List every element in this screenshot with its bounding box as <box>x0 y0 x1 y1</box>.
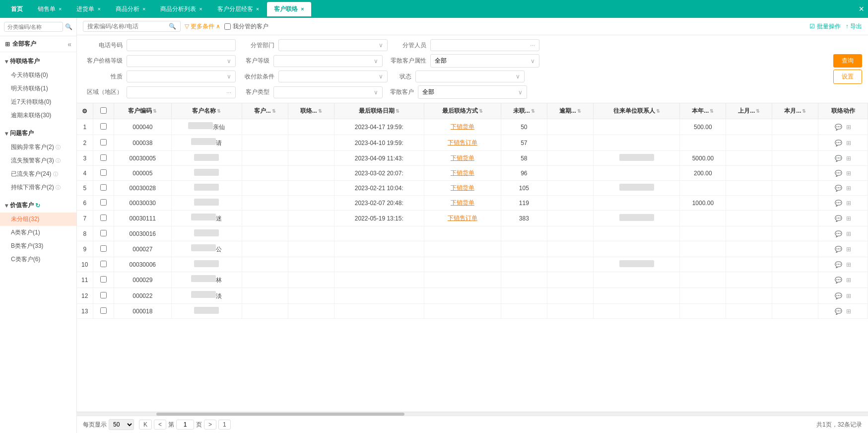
row-action[interactable]: 💬⊞ <box>818 166 868 181</box>
sidebar-value-group[interactable]: ▾ 价值客户 ↻ <box>0 198 76 213</box>
row-action[interactable]: 💬⊞ <box>818 226 868 241</box>
nav-tab-analysis[interactable]: 商品分析 × <box>109 2 152 16</box>
row-last-method[interactable]: 下销货单 <box>424 196 501 211</box>
col-name-header[interactable]: 客户名称⇅ <box>171 103 242 119</box>
nav-tab-customer-contact[interactable]: 客户联络 × <box>267 2 311 16</box>
nav-tab-customer-segment[interactable]: 客户分层经客 × <box>210 2 266 16</box>
action-chat-icon[interactable]: 💬 <box>835 200 842 207</box>
row-last-method[interactable]: 下销售订单 <box>424 211 501 226</box>
col-uncontacted-header[interactable]: 未联...⇅ <box>501 103 547 119</box>
row-last-method[interactable]: 下销货单 <box>424 166 501 181</box>
row-action[interactable]: 💬⊞ <box>818 241 868 257</box>
row-action[interactable]: 💬⊞ <box>818 304 868 319</box>
row-action[interactable]: 💬⊞ <box>818 196 868 211</box>
sidebar-item-warn[interactable]: 流失预警客户(3) ⓘ <box>0 154 76 167</box>
action-grid-icon[interactable]: ⊞ <box>846 308 851 315</box>
close-all-button[interactable]: × <box>859 4 864 14</box>
row-last-method[interactable] <box>424 226 501 241</box>
action-chat-icon[interactable]: 💬 <box>835 140 842 146</box>
my-customers-checkbox[interactable]: 我分管的客户 <box>224 22 268 31</box>
filter-ctype-select[interactable]: ∨ <box>273 86 383 98</box>
row-checkbox[interactable] <box>93 196 114 211</box>
prev-page-btn[interactable]: < <box>154 420 166 430</box>
page-input[interactable] <box>176 420 194 430</box>
row-checkbox[interactable] <box>93 288 114 304</box>
close-sales-tab[interactable]: × <box>59 6 62 12</box>
sidebar-problem-group[interactable]: ▾ 问题客户 <box>0 126 76 141</box>
main-search-input[interactable] <box>87 23 167 30</box>
region-more-icon[interactable]: ··· <box>226 89 231 96</box>
row-last-method[interactable]: 下销货单 <box>424 119 501 135</box>
query-button[interactable]: 查询 <box>833 54 862 68</box>
row-last-method[interactable]: 下销货单 <box>424 181 501 196</box>
col-overdue-header[interactable]: 逾期...⇅ <box>547 103 593 119</box>
row-action[interactable]: 💬⊞ <box>818 257 868 272</box>
sidebar-pending-group[interactable]: ▾ 待联络客户 <box>0 54 76 69</box>
sidebar-item-declining[interactable]: 持续下滑客户(2) ⓘ <box>0 181 76 194</box>
action-grid-icon[interactable]: ⊞ <box>846 261 851 268</box>
sidebar-item-class-c[interactable]: C类客户(6) <box>0 253 76 266</box>
action-grid-icon[interactable]: ⊞ <box>846 215 851 222</box>
my-customers-check[interactable] <box>224 23 231 30</box>
action-chat-icon[interactable]: 💬 <box>835 185 842 192</box>
row-checkbox[interactable] <box>93 181 114 196</box>
filter-status-select[interactable]: ∨ <box>415 71 525 82</box>
batch-op-btn[interactable]: ☑ 批量操作 <box>809 22 840 31</box>
filter-person-select[interactable]: ··· <box>430 39 539 51</box>
col-contact-header[interactable]: 联络...⇅ <box>288 103 334 119</box>
export-btn[interactable]: ↑ 导出 <box>846 22 862 31</box>
row-checkbox[interactable] <box>93 151 114 166</box>
action-chat-icon[interactable]: 💬 <box>835 246 842 253</box>
action-chat-icon[interactable]: 💬 <box>835 170 842 177</box>
refresh-icon[interactable]: ↻ <box>35 202 40 209</box>
action-grid-icon[interactable]: ⊞ <box>846 155 851 162</box>
action-chat-icon[interactable]: 💬 <box>835 124 842 131</box>
col-type-header[interactable]: 客户...⇅ <box>242 103 288 119</box>
col-checkbox-header[interactable] <box>93 103 114 119</box>
close-purchase-tab[interactable]: × <box>97 6 100 12</box>
sidebar-item-tomorrow[interactable]: 明天待联络(1) <box>0 82 76 95</box>
row-checkbox[interactable] <box>93 211 114 226</box>
row-last-method[interactable] <box>424 288 501 304</box>
row-last-method[interactable] <box>424 304 501 319</box>
sidebar-all-customers[interactable]: ⊞ 全部客户 « <box>0 36 76 52</box>
row-action[interactable]: 💬⊞ <box>818 272 868 288</box>
nav-tab-analysis-list[interactable]: 商品分析列表 × <box>153 2 209 16</box>
horizontal-scrollbar[interactable] <box>77 412 868 416</box>
action-grid-icon[interactable]: ⊞ <box>846 292 851 299</box>
row-action[interactable]: 💬⊞ <box>818 181 868 196</box>
action-grid-icon[interactable]: ⊞ <box>846 185 851 192</box>
row-checkbox[interactable] <box>93 226 114 241</box>
col-settings-header[interactable]: ⚙ <box>77 103 93 119</box>
filter-payment-select[interactable]: ∨ <box>278 71 388 82</box>
action-grid-icon[interactable]: ⊞ <box>846 124 851 131</box>
row-checkbox[interactable] <box>93 135 114 151</box>
person-more-icon[interactable]: ··· <box>530 42 535 49</box>
action-grid-icon[interactable]: ⊞ <box>846 200 851 207</box>
nav-home[interactable]: 首页 <box>4 2 30 16</box>
col-thisyear-header[interactable]: 本年...⇅ <box>680 103 726 119</box>
filter-dept-select[interactable]: ∨ <box>278 39 388 51</box>
col-lastmethod-header[interactable]: 最后联络方式⇅ <box>424 103 501 119</box>
close-segment-tab[interactable]: × <box>256 6 259 12</box>
action-chat-icon[interactable]: 💬 <box>835 155 842 162</box>
category-search-icon[interactable]: 🔍 <box>65 23 72 30</box>
gear-icon[interactable]: ⚙ <box>82 108 87 115</box>
sidebar-item-class-a[interactable]: A类客户(1) <box>0 226 76 239</box>
row-last-method[interactable] <box>424 257 501 272</box>
close-contact-tab[interactable]: × <box>301 6 304 12</box>
row-last-method[interactable] <box>424 272 501 288</box>
row-checkbox[interactable] <box>93 119 114 135</box>
action-grid-icon[interactable]: ⊞ <box>846 277 851 284</box>
select-all-checkbox[interactable] <box>100 107 107 114</box>
action-grid-icon[interactable]: ⊞ <box>846 230 851 237</box>
row-action[interactable]: 💬⊞ <box>818 119 868 135</box>
filter-phone-input[interactable] <box>127 39 236 51</box>
row-last-method[interactable]: 下销售订单 <box>424 135 501 151</box>
filter-region-select[interactable]: ··· <box>127 86 236 98</box>
row-checkbox[interactable] <box>93 257 114 272</box>
row-checkbox[interactable] <box>93 166 114 181</box>
action-grid-icon[interactable]: ⊞ <box>846 246 851 253</box>
row-checkbox[interactable] <box>93 304 114 319</box>
row-action[interactable]: 💬⊞ <box>818 288 868 304</box>
